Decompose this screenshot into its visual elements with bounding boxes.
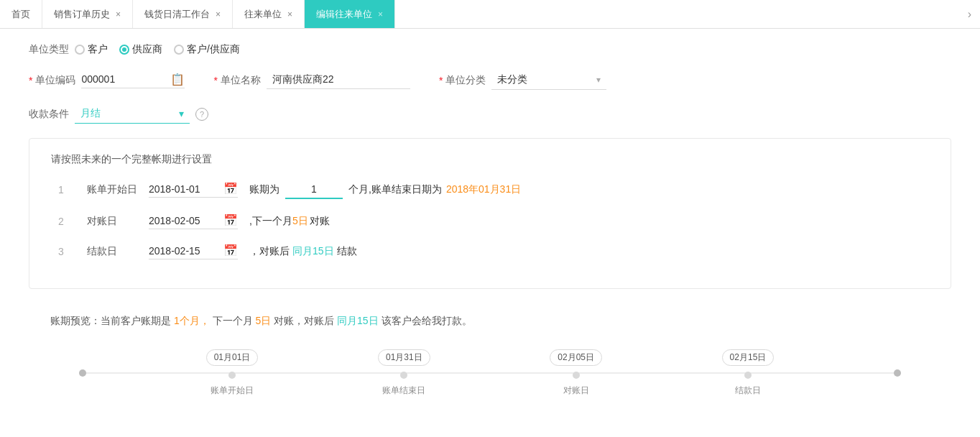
timeline-label-3: 对账日 [563,385,589,397]
tab-bar: 首页 销售订单历史 × 钱货日清工作台 × 往来单位 × 编辑往来单位 × › [0,0,980,29]
setting-num-1: 1 [58,184,73,196]
unit-code-group: * 单位编码 📋 [29,73,185,88]
payment-label: 收款条件 [29,108,69,121]
calendar-icon-2[interactable]: 📅 [223,213,238,227]
field-label-2: 对账日 [87,215,137,228]
setting-row-3: 3 结款日 📅 ，对账后 同月15日 结款 [51,244,929,259]
calendar-icon-3[interactable]: 📅 [223,244,238,257]
preview-highlight2: 5日 [255,315,271,326]
field-label-1: 账单开始日 [87,183,137,196]
radio-customer-circle [75,45,85,55]
date-input-1-wrapper: 📅 [149,182,238,198]
preview-suffix: 该客户会给我打款。 [382,315,472,326]
tab-home[interactable]: 首页 [0,0,42,28]
unit-category-chevron: ▾ [596,75,601,85]
unit-category-group: * 单位分类 未分类 ▾ [439,70,606,90]
unit-name-group: * 单位名称 [213,71,410,89]
timeline-dot-4 [744,372,752,379]
timeline-start-dot [79,369,86,377]
timeline-badge-3: 02月05日 [550,349,602,366]
reconcile-prefix: ,下一个月 [249,215,292,228]
preview-prefix: 账期预览：当前客户账期是 [50,315,171,326]
timeline-node-2: 01月31日 账单结束日 [378,349,430,397]
timeline-items: 01月01日 账单开始日 01月31日 账单结束日 02月05日 对账日 [79,349,901,397]
payment-row: 收款条件 月结 ▾ ? [29,104,951,124]
timeline-node-3: 02月05日 对账日 [550,349,602,397]
unit-category-value: 未分类 [497,73,527,86]
unit-category-label: 单位分类 [445,74,486,87]
timeline-label-2: 账单结束日 [382,385,425,397]
preview-text: 账期预览：当前客户账期是 1个月， 下一个月 5日 对账，对账后 同月15日 该… [50,315,930,328]
timeline-badge-1: 01月01日 [206,349,259,366]
tab-edit-partner[interactable]: 编辑往来单位 × [305,0,395,28]
radio-customer-label: 客户 [88,43,108,56]
tab-edit-partner-close[interactable]: × [378,9,383,19]
setting-num-2: 2 [58,216,73,227]
unit-info-row: * 单位编码 📋 * 单位名称 * 单位分类 未分类 ▾ [29,70,951,90]
timeline-node-4: 02月15日 结款日 [722,349,775,397]
unit-code-input-wrapper: 📋 [81,73,185,88]
payment-value: 月结 [80,107,101,120]
settlement-suffix: 结款 [337,245,357,258]
setting-row-1: 1 账单开始日 📅 账期为 个月,账单结束日期为 2018年01月31日 [51,180,929,199]
preview-highlight3: 同月15日 [337,315,379,326]
timeline-end-dot [894,369,901,377]
reconcile-suffix: 对账 [310,215,330,228]
timeline-dot-3 [573,372,580,379]
unit-type-label: 单位类型 [29,43,69,56]
timeline-dot-1 [228,372,236,379]
date-input-2-wrapper: 📅 [149,213,238,229]
date-input-1[interactable] [149,183,221,195]
field-label-3: 结款日 [87,245,137,258]
radio-both-circle [174,45,184,55]
radio-both[interactable]: 客户/供应商 [174,43,240,56]
main-content: 单位类型 客户 供应商 客户/供应商 * 单位编码 📋 [0,29,980,437]
timeline-dot-2 [400,372,407,379]
unit-type-row: 单位类型 客户 供应商 客户/供应商 [29,43,951,56]
payment-select[interactable]: 月结 ▾ [75,104,190,124]
tab-partner-unit[interactable]: 往来单位 × [233,0,305,28]
setting-num-3: 3 [58,246,73,257]
period-unit: 个月,账单结束日期为 [348,183,442,196]
unit-name-input[interactable] [267,71,410,89]
settlement-prefix: ，对账后 [249,245,290,258]
preview-mid2: 对账，对账后 [274,315,334,326]
unit-category-select[interactable]: 未分类 ▾ [491,70,606,90]
unit-code-input[interactable] [81,73,167,85]
period-label: 账期为 [249,183,279,196]
date-input-2[interactable] [149,215,221,226]
radio-both-label: 客户/供应商 [187,43,240,56]
tab-sales-history[interactable]: 销售订单历史 × [42,0,133,28]
radio-supplier-label: 供应商 [132,43,162,56]
card-title: 请按照未来的一个完整帐期进行设置 [51,153,929,166]
preview-highlight1: 1个月， [174,315,210,326]
unit-name-label: 单位名称 [221,74,261,87]
copy-icon[interactable]: 📋 [170,73,185,86]
tab-sales-history-close[interactable]: × [116,9,121,19]
calendar-icon-1[interactable]: 📅 [223,182,238,196]
help-icon[interactable]: ? [195,108,208,121]
timeline-label-1: 账单开始日 [211,385,254,397]
tab-cash-work[interactable]: 钱货日清工作台 × [133,0,233,28]
timeline-node-1: 01月01日 账单开始日 [206,349,259,397]
radio-customer[interactable]: 客户 [75,43,108,56]
tab-scroll-arrow[interactable]: › [959,8,980,21]
date-input-3[interactable] [149,245,221,257]
timeline-badge-4: 02月15日 [722,349,775,366]
date-input-3-wrapper: 📅 [149,244,238,259]
radio-supplier[interactable]: 供应商 [119,43,162,56]
period-end-date: 2018年01月31日 [446,183,521,196]
radio-supplier-circle [119,45,129,55]
period-input[interactable] [285,180,343,199]
preview-mid1: 下一个月 [213,315,253,326]
timeline-label-4: 结款日 [735,385,761,397]
preview-section: 账期预览：当前客户账期是 1个月， 下一个月 5日 对账，对账后 同月15日 该… [29,303,951,415]
unit-code-label: 单位编码 [35,74,75,87]
tab-cash-work-close[interactable]: × [216,9,221,19]
payment-chevron: ▾ [179,108,184,119]
timeline: 01月01日 账单开始日 01月31日 账单结束日 02月05日 对账日 [50,342,930,404]
reconcile-day: 5日 [292,215,308,228]
timeline-badge-2: 01月31日 [378,349,430,366]
settings-card: 请按照未来的一个完整帐期进行设置 1 账单开始日 📅 账期为 个月,账单结束日期… [29,138,951,289]
tab-partner-unit-close[interactable]: × [287,9,292,19]
